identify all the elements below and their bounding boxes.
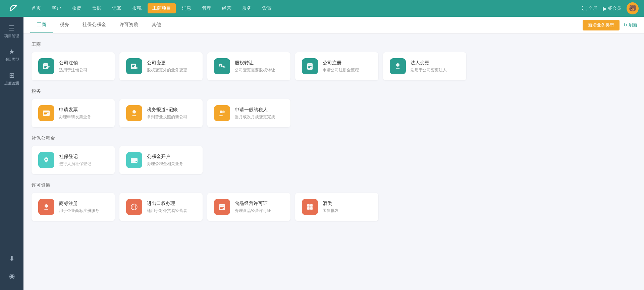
add-type-button[interactable]: 新增业务类型 — [583, 20, 620, 30]
svg-rect-20 — [44, 115, 46, 115]
vip-icon: ▶ — [603, 5, 607, 12]
card-general-taxpayer[interactable]: 申请一般纳税人 当月或次月成变更完成 — [207, 99, 290, 127]
section-title-tax: 税务 — [32, 88, 636, 94]
food-license-desc: 办理食品经营许可证 — [235, 208, 271, 214]
nav-accounting[interactable]: 记账 — [107, 3, 126, 13]
nav-fee[interactable]: 收费 — [67, 3, 86, 13]
card-equity-transfer[interactable]: ¥ 股权转让 公司变更需要股权转让 — [207, 52, 290, 80]
fund-account-desc: 办理公积金相关业务 — [147, 161, 183, 167]
svg-rect-39 — [310, 207, 313, 210]
sidebar-item-project-type[interactable]: ★ 项目类型 — [0, 43, 23, 66]
fund-account-title: 公积金开户 — [147, 154, 183, 160]
sidebar-item-project-manage[interactable]: ☰ 项目管理 — [0, 19, 23, 43]
refresh-icon: ↻ — [624, 22, 627, 27]
company-change-title: 公司变更 — [147, 60, 187, 66]
tab-business[interactable]: 工商 — [30, 17, 53, 33]
company-cancel-title: 公司注销 — [59, 60, 87, 66]
sidebar-location[interactable]: ◉ — [0, 267, 23, 285]
fullscreen-button[interactable]: ⛶ 全屏 — [582, 5, 597, 11]
nav-settings[interactable]: 设置 — [258, 3, 276, 13]
nav-business[interactable]: 工商项目 — [148, 3, 176, 13]
top-navigation: 首页 客户 收费 票据 记账 报税 工商项目 消息 管理 经营 服务 设置 ⛶ … — [0, 0, 644, 17]
svg-point-16 — [396, 63, 399, 67]
svg-rect-4 — [44, 67, 46, 68]
svg-rect-26 — [131, 159, 138, 161]
card-fund-account[interactable]: 公积金开户 办理公积金相关业务 — [119, 146, 203, 174]
trademark-icon — [38, 199, 54, 215]
vip-button[interactable]: ▶ 畅会员 — [603, 5, 621, 12]
tab-other[interactable]: 其他 — [145, 17, 168, 33]
section-social-insurance: 社保公积金 ❤ 社保登记 进行人员社保登记 — [32, 135, 636, 174]
progress-monitor-icon: ⊞ — [9, 71, 15, 79]
card-invoice-apply[interactable]: 申请发票 办理申请发票业务 — [32, 99, 115, 127]
import-export-desc: 适用于对外贸易经营者 — [147, 208, 187, 214]
nav-tax[interactable]: 报税 — [127, 3, 146, 13]
svg-rect-3 — [44, 66, 47, 67]
fund-account-icon — [126, 152, 142, 168]
tab-qualification[interactable]: 许可资质 — [113, 17, 145, 33]
company-cancel-icon — [38, 58, 54, 74]
nav-customer[interactable]: 客户 — [47, 3, 66, 13]
company-cancel-text: 公司注销 适用于注销公司 — [59, 60, 87, 73]
nav-operation[interactable]: 经营 — [217, 3, 236, 13]
svg-rect-18 — [44, 112, 49, 113]
equity-transfer-desc: 公司变更需要股权转让 — [235, 67, 275, 73]
card-company-cancel[interactable]: 公司注销 适用于注销公司 — [32, 52, 115, 80]
company-change-desc: 股权变更外的业务变更 — [147, 67, 187, 73]
company-register-text: 公司注册 申请公司注册全流程 — [323, 60, 359, 73]
card-social-register[interactable]: ❤ 社保登记 进行人员社保登记 — [32, 146, 115, 174]
nav-service[interactable]: 服务 — [237, 3, 256, 13]
section-title-business: 工商 — [32, 42, 636, 48]
invoice-apply-icon — [38, 105, 54, 121]
main-layout: ☰ 项目管理 ★ 项目类型 ⊞ 进度监测 ⬇ ◉ 工商 税务 社保公积金 许可资… — [0, 17, 644, 290]
tab-social-insurance[interactable]: 社保公积金 — [76, 17, 113, 33]
refresh-button[interactable]: ↻ 刷新 — [624, 22, 637, 28]
tax-accounting-text: 税务报道+记账 拿到营业执照的新公司 — [147, 107, 187, 120]
tab-tax[interactable]: 税务 — [53, 17, 76, 33]
sidebar-item-progress-monitor[interactable]: ⊞ 进度监测 — [0, 67, 23, 90]
svg-point-28 — [45, 204, 48, 208]
logo[interactable] — [5, 1, 20, 16]
card-tax-accounting[interactable]: 税务报道+记账 拿到营业执照的新公司 — [119, 99, 203, 127]
card-legal-person-change[interactable]: 法人变更 适用于公司变更法人 — [383, 52, 466, 80]
company-change-icon — [126, 58, 142, 74]
equity-transfer-title: 股权转让 — [235, 60, 275, 66]
social-register-text: 社保登记 进行人员社保登记 — [59, 154, 91, 167]
card-company-change[interactable]: 公司变更 股权变更外的业务变更 — [119, 52, 203, 80]
sidebar-label-project-manage: 项目管理 — [4, 33, 19, 38]
section-title-qualification: 许可资质 — [32, 182, 636, 188]
content-area: 工商 税务 社保公积金 许可资质 其他 新增业务类型 ↻ 刷新 工商 — [23, 17, 644, 290]
svg-text:¥: ¥ — [220, 64, 221, 67]
svg-rect-7 — [132, 66, 134, 67]
trademark-desc: 用于企业商标注册服务 — [59, 208, 99, 214]
sidebar-download[interactable]: ⬇ — [0, 250, 23, 267]
nav-message[interactable]: 消息 — [177, 3, 196, 13]
nav-manage[interactable]: 管理 — [197, 3, 216, 13]
fullscreen-icon: ⛶ — [582, 5, 587, 11]
svg-rect-6 — [132, 65, 135, 66]
card-company-register[interactable]: 公司注册 申请公司注册全流程 — [295, 52, 378, 80]
food-license-text: 食品经营许可证 办理食品经营许可证 — [235, 201, 271, 214]
company-cancel-desc: 适用于注销公司 — [59, 67, 87, 73]
svg-rect-34 — [220, 207, 224, 208]
nav-invoice[interactable]: 票据 — [87, 3, 106, 13]
card-trademark[interactable]: 商标注册 用于企业商标注册服务 — [32, 193, 115, 221]
card-food-license[interactable]: 食品经营许可证 办理食品经营许可证 — [207, 193, 290, 221]
svg-point-0 — [15, 5, 17, 7]
food-license-icon — [214, 199, 230, 215]
nav-home[interactable]: 首页 — [27, 3, 46, 13]
social-register-desc: 进行人员社保登记 — [59, 161, 91, 167]
project-type-icon: ★ — [9, 48, 15, 56]
company-register-icon — [302, 58, 318, 74]
user-avatar[interactable]: 🐻 — [627, 2, 639, 14]
cards-grid-social: ❤ 社保登记 进行人员社保登记 公积金开户 办理公积金相关 — [32, 146, 636, 174]
legal-person-change-text: 法人变更 适用于公司变更法人 — [411, 60, 447, 73]
refresh-label: 刷新 — [629, 22, 637, 28]
svg-point-23 — [222, 111, 225, 113]
card-alcohol[interactable]: 酒类 零售批发 — [295, 193, 378, 221]
svg-text:❤: ❤ — [45, 158, 47, 161]
alcohol-icon — [302, 199, 318, 215]
card-import-export[interactable]: 进出口权办理 适用于对外贸易经营者 — [119, 193, 203, 221]
svg-rect-33 — [220, 206, 224, 206]
tab-bar-actions: 新增业务类型 ↻ 刷新 — [583, 20, 637, 30]
